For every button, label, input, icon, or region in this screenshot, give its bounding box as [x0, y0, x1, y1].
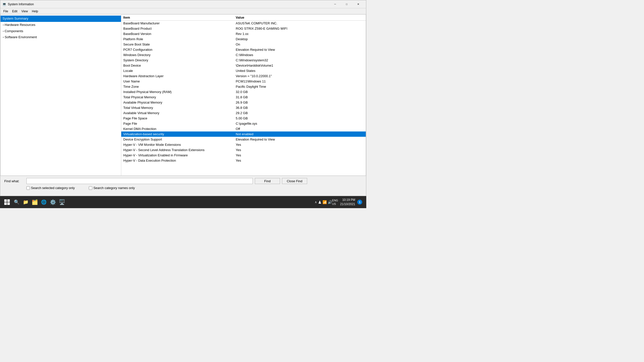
- table-row[interactable]: Available Physical Memory26.9 GB: [121, 100, 366, 105]
- table-row[interactable]: Platform RoleDesktop: [121, 36, 366, 42]
- table-row[interactable]: LocaleUnited States: [121, 68, 366, 73]
- table-cell-item: Time Zone: [121, 84, 234, 89]
- expand-icon: +: [3, 23, 4, 26]
- table-cell-item: Hardware Abstraction Layer: [121, 73, 234, 79]
- table-row[interactable]: Hardware Abstraction LayerVersion = "10.…: [121, 73, 366, 79]
- table-cell-value: C:\pagefile.sys: [234, 121, 366, 126]
- menu-file[interactable]: File: [1, 9, 10, 14]
- table-row[interactable]: Page FileC:\pagefile.sys: [121, 121, 366, 126]
- time-display: 10:19 PM: [340, 198, 355, 202]
- close-find-button[interactable]: Close Find: [282, 178, 307, 184]
- table-row[interactable]: User NamePCW11\Windows 11: [121, 79, 366, 84]
- clock[interactable]: 10:19 PM 21/10/2021: [340, 198, 355, 206]
- search-selected-category-label[interactable]: Search selected category only: [26, 186, 75, 190]
- table-cell-value: 26.9 GB: [234, 100, 366, 105]
- steam-icon[interactable]: ♟: [318, 200, 321, 205]
- table-cell-item: BaseBoard Version: [121, 31, 234, 36]
- app-taskbar-icon[interactable]: 🖥️: [57, 197, 66, 207]
- file-explorer-taskbar-icon[interactable]: 📁: [21, 197, 30, 207]
- search-taskbar-icon[interactable]: 🔍: [12, 197, 21, 207]
- main-content: System Summary +Hardware Resources +Comp…: [0, 14, 366, 176]
- table-cell-value: Yes: [234, 142, 366, 147]
- table-cell-value: United States: [234, 68, 366, 73]
- edge-taskbar-icon[interactable]: 🌐: [39, 197, 48, 207]
- network-icon[interactable]: 📶: [323, 200, 327, 204]
- system-tray: ∧ ♟ 📶 🔊: [315, 200, 332, 205]
- folder-taskbar-icon[interactable]: 🗂️: [30, 197, 39, 207]
- search-selected-category-checkbox[interactable]: [26, 186, 30, 190]
- table-cell-item: Page File Space: [121, 116, 234, 121]
- date-display: 21/10/2021: [340, 202, 355, 206]
- taskbar-right: ENG US 10:19 PM 21/10/2021 1: [332, 198, 364, 206]
- lang-text: ENG: [332, 199, 338, 202]
- table-row[interactable]: Page File Space5.00 GB: [121, 116, 366, 121]
- minimize-button[interactable]: ─: [329, 0, 341, 8]
- table-row[interactable]: Total Virtual Memory36.8 GB: [121, 105, 366, 110]
- expand-icon: +: [3, 30, 4, 33]
- tree-panel: System Summary +Hardware Resources +Comp…: [1, 15, 121, 175]
- table-row[interactable]: Kernel DMA ProtectionOff: [121, 126, 366, 131]
- table-cell-item: Windows Directory: [121, 52, 234, 58]
- maximize-button[interactable]: □: [341, 0, 352, 8]
- find-label: Find what:: [4, 179, 24, 183]
- tree-item-system-summary[interactable]: System Summary: [1, 16, 121, 22]
- language-indicator[interactable]: ENG US: [332, 199, 338, 206]
- menu-edit[interactable]: Edit: [10, 9, 19, 14]
- table-row[interactable]: System DirectoryC:\Windows\system32: [121, 58, 366, 63]
- table-cell-item: System Directory: [121, 58, 234, 63]
- title-bar: 💻 System Information ─ □ ✕: [0, 0, 366, 8]
- menu-help[interactable]: Help: [30, 9, 40, 14]
- window-title: System Information: [8, 3, 329, 6]
- table-row[interactable]: Secure Boot StateOn: [121, 42, 366, 47]
- table-row[interactable]: Hyper-V - Data Execution ProtectionYes: [121, 158, 366, 163]
- table-row[interactable]: Hyper-V - Virtualization Enabled in Firm…: [121, 153, 366, 158]
- table-row[interactable]: Device Encryption SupportElevation Requi…: [121, 137, 366, 142]
- volume-icon[interactable]: 🔊: [328, 200, 332, 204]
- table-row[interactable]: Hyper-V - Second Level Address Translati…: [121, 147, 366, 153]
- tree-item-label: Components: [5, 29, 23, 33]
- close-button[interactable]: ✕: [352, 0, 364, 8]
- tree-item-hardware-resources[interactable]: +Hardware Resources: [1, 22, 121, 28]
- window-controls: ─ □ ✕: [329, 0, 364, 8]
- find-button[interactable]: Find: [255, 178, 280, 184]
- table-cell-value: 29.2 GB: [234, 110, 366, 116]
- table-cell-item: User Name: [121, 79, 234, 84]
- search-category-names-label[interactable]: Search category names only: [89, 186, 135, 190]
- table-cell-value: Version = "10.0.22000.1": [234, 73, 366, 79]
- table-row[interactable]: Virtualization-based securityNot enabled: [121, 131, 366, 137]
- tree-item-components[interactable]: +Components: [1, 28, 121, 34]
- start-button[interactable]: [2, 197, 12, 207]
- table-cell-value: \Device\HarddiskVolume1: [234, 63, 366, 68]
- table-cell-value: C:\Windows\system32: [234, 58, 366, 63]
- table-row[interactable]: Boot Device\Device\HarddiskVolume1: [121, 63, 366, 68]
- table-row[interactable]: PCR7 ConfigurationElevation Required to …: [121, 47, 366, 52]
- table-cell-item: Hyper-V - Data Execution Protection: [121, 158, 234, 163]
- table-cell-item: Hyper-V - VM Monitor Mode Extensions: [121, 142, 234, 147]
- chrome-taskbar-icon[interactable]: ⚙️: [48, 197, 57, 207]
- table-cell-value: 5.00 GB: [234, 116, 366, 121]
- table-row[interactable]: Windows DirectoryC:\Windows: [121, 52, 366, 58]
- notification-badge[interactable]: 1: [357, 200, 362, 205]
- windows-logo-icon: [4, 199, 10, 205]
- svg-rect-0: [4, 199, 7, 202]
- find-bar: Find what: Find Close Find Search select…: [0, 176, 366, 196]
- table-row[interactable]: Hyper-V - VM Monitor Mode ExtensionsYes: [121, 142, 366, 147]
- table-row[interactable]: BaseBoard ManufacturerASUSTeK COMPUTER I…: [121, 21, 366, 26]
- table-cell-item: Hyper-V - Virtualization Enabled in Firm…: [121, 153, 234, 158]
- table-cell-item: Available Physical Memory: [121, 100, 234, 105]
- menu-view[interactable]: View: [19, 9, 30, 14]
- table-cell-value: Yes: [234, 153, 366, 158]
- table-row[interactable]: Total Physical Memory31.8 GB: [121, 95, 366, 100]
- search-category-names-checkbox[interactable]: [89, 186, 92, 190]
- tree-item-software-environment[interactable]: +Software Environment: [1, 34, 121, 40]
- tree-item-label: System Summary: [3, 17, 28, 20]
- table-row[interactable]: Time ZonePacific Daylight Time: [121, 84, 366, 89]
- table-row[interactable]: Installed Physical Memory (RAM)32.0 GB: [121, 89, 366, 95]
- find-input[interactable]: [26, 178, 253, 184]
- table-cell-value: 31.8 GB: [234, 95, 366, 100]
- table-row[interactable]: Available Virtual Memory29.2 GB: [121, 110, 366, 116]
- chevron-up-icon[interactable]: ∧: [315, 200, 317, 204]
- table-row[interactable]: BaseBoard VersionRev 1.xx: [121, 31, 366, 36]
- table-cell-item: PCR7 Configuration: [121, 47, 234, 52]
- table-row[interactable]: BaseBoard ProductROG STRIX Z590-E GAMING…: [121, 26, 366, 31]
